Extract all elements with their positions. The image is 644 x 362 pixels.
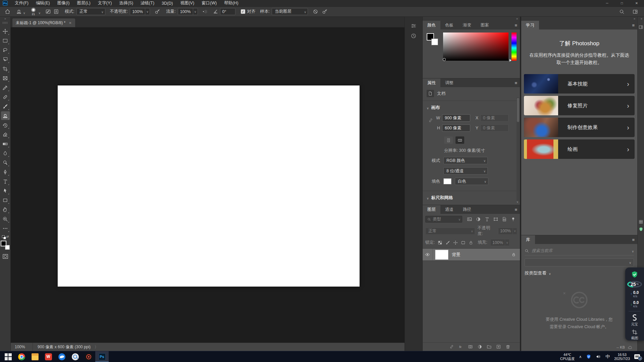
- input-method-indicator[interactable]: 中: [605, 354, 610, 360]
- toolbar-expand-icon[interactable]: [4, 17, 6, 21]
- close-icon[interactable]: ✕: [629, 0, 644, 7]
- search-button[interactable]: [618, 8, 626, 16]
- antivirus-shield-icon[interactable]: [586, 354, 591, 359]
- panel-tab[interactable]: 通道: [440, 205, 458, 214]
- scroll-more-icon[interactable]: [516, 200, 519, 203]
- panel-tab[interactable]: 属性: [423, 78, 440, 87]
- rectangle-tool[interactable]: [1, 196, 10, 204]
- menu-item[interactable]: 3D(D): [158, 0, 176, 7]
- color-mode-select[interactable]: RGB 颜色: [443, 157, 488, 164]
- filter-smart-object-icon[interactable]: [502, 217, 507, 222]
- chevron-down-icon[interactable]: [145, 8, 150, 15]
- clock[interactable]: 16:53 2025/7/23: [614, 353, 630, 361]
- toggle-brush-settings-button[interactable]: [44, 8, 52, 16]
- hand-tool[interactable]: [1, 205, 10, 214]
- panel-tab[interactable]: 图层: [423, 205, 440, 214]
- hue-slider[interactable]: [512, 33, 517, 61]
- gradient-tool[interactable]: [1, 139, 10, 148]
- menu-item[interactable]: 图层(L): [73, 0, 94, 7]
- panel-menu-icon[interactable]: [515, 205, 517, 214]
- menu-item[interactable]: 图像(I): [54, 0, 73, 7]
- new-group-icon[interactable]: [487, 344, 492, 349]
- pressure-opacity-button[interactable]: [153, 8, 161, 16]
- history-panel-icon[interactable]: [411, 33, 417, 39]
- menu-item[interactable]: 文件(F): [11, 0, 32, 7]
- object-selection-tool[interactable]: [1, 55, 10, 64]
- screenshot-icon[interactable]: [632, 329, 638, 335]
- chevron-down-icon[interactable]: [39, 11, 41, 15]
- document-tab[interactable]: 未标题-1 @ 100%(RGB/8) * ✕: [12, 18, 75, 27]
- taskbar-app-screen-recorder[interactable]: [82, 351, 95, 362]
- panel-tab[interactable]: 路径: [458, 205, 476, 214]
- taskbar-app-file-explorer[interactable]: [28, 351, 42, 362]
- eyedropper-tool[interactable]: [1, 83, 10, 92]
- taskbar-app-windows-start[interactable]: [1, 351, 15, 362]
- move-tool[interactable]: [1, 27, 10, 36]
- background-color-swatch[interactable]: [5, 245, 10, 250]
- brush-angle-input[interactable]: 0°: [220, 8, 235, 15]
- tab-learn[interactable]: 学习: [521, 21, 539, 29]
- pasteboard[interactable]: [11, 27, 405, 343]
- panel-tab[interactable]: 图案: [476, 21, 494, 29]
- fill-select[interactable]: 白色: [455, 178, 488, 185]
- learn-card-retouch-photos[interactable]: 修复照片: [524, 96, 635, 115]
- taskbar-app-photoshop[interactable]: Ps: [95, 351, 109, 362]
- menu-item[interactable]: 编辑(E): [32, 0, 54, 7]
- layer-thumbnail[interactable]: [435, 250, 448, 260]
- panel-menu-icon[interactable]: [515, 21, 517, 29]
- taskbar-app-thunder[interactable]: [55, 351, 68, 362]
- portrait-orientation-button[interactable]: [444, 136, 453, 144]
- panel-tab[interactable]: 色板: [440, 21, 458, 29]
- collapsed-panel-icon[interactable]: [639, 25, 643, 29]
- sample-select[interactable]: 当前图层: [272, 8, 308, 15]
- tab-libraries[interactable]: 库: [521, 235, 535, 244]
- collapse-panels-icon[interactable]: [634, 17, 635, 20]
- taskbar-app-search[interactable]: [68, 351, 82, 362]
- layer-filter-search[interactable]: 类型: [425, 216, 462, 223]
- menu-item[interactable]: 滤镜(T): [137, 0, 158, 7]
- workspace-switcher-button[interactable]: [631, 8, 639, 16]
- layer-style-icon[interactable]: fx: [459, 344, 464, 349]
- panel-menu-icon[interactable]: [515, 78, 517, 87]
- history-brush-tool[interactable]: [1, 121, 10, 129]
- type-tool[interactable]: [1, 177, 10, 186]
- bit-depth-select[interactable]: 8 位/通道: [443, 167, 488, 175]
- zoom-level-field[interactable]: 100%: [11, 343, 33, 351]
- filter-pixel-layer-icon[interactable]: [467, 217, 472, 222]
- chevron-down-icon[interactable]: [549, 271, 551, 276]
- delete-layer-icon[interactable]: [505, 344, 511, 349]
- add-layer-mask-icon[interactable]: [468, 344, 473, 349]
- learn-card-painting[interactable]: 绘画: [524, 139, 635, 159]
- brush-tool[interactable]: [1, 102, 10, 111]
- scrollbar[interactable]: [517, 97, 520, 202]
- security-shield-icon[interactable]: [631, 270, 639, 279]
- pen-tool[interactable]: [1, 168, 10, 176]
- width-field[interactable]: 900 像素: [442, 114, 470, 122]
- minimize-icon[interactable]: ─: [600, 0, 614, 7]
- canvas-section-header[interactable]: 画布: [423, 103, 520, 112]
- flow-input[interactable]: 100%: [178, 8, 198, 15]
- menu-item[interactable]: 文字(Y): [94, 0, 116, 7]
- system-monitor-widget[interactable]: 25 % 0.0K/s 0.0K/s 元宝 截图: [625, 267, 644, 341]
- maximize-icon[interactable]: □: [614, 0, 629, 7]
- brush-preset-picker[interactable]: 21: [29, 7, 38, 16]
- layer-row[interactable]: 背景: [423, 249, 520, 261]
- panel-menu-icon[interactable]: [632, 21, 635, 29]
- rectangular-marquee-tool[interactable]: [1, 36, 10, 45]
- filter-type-layer-icon[interactable]: [484, 217, 490, 222]
- hidden-icons-chevron[interactable]: [579, 355, 582, 359]
- cpu-gauge[interactable]: 25 %: [627, 281, 642, 288]
- chevron-down-icon[interactable]: [193, 8, 198, 15]
- filter-adjustment-layer-icon[interactable]: [476, 217, 481, 222]
- link-dimensions-icon[interactable]: [428, 118, 433, 123]
- layer-opacity-input[interactable]: 100%: [498, 228, 517, 235]
- canvas[interactable]: [58, 85, 360, 287]
- airbrush-button[interactable]: [201, 8, 209, 16]
- ignore-adjustment-layers-button[interactable]: [311, 8, 319, 16]
- collapse-panels-icon[interactable]: [641, 17, 642, 20]
- taskbar-app-chrome[interactable]: [15, 351, 28, 362]
- new-adjustment-layer-icon[interactable]: [477, 344, 482, 349]
- quick-mask-button[interactable]: [2, 253, 9, 260]
- cpu-temperature[interactable]: 44℃ CPU温度: [560, 353, 575, 361]
- menu-item[interactable]: 选择(S): [115, 0, 137, 7]
